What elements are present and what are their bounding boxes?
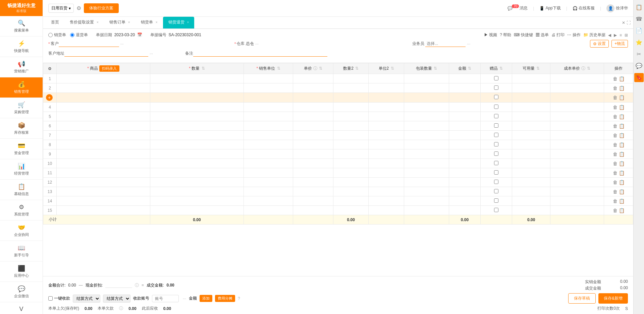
available-cell[interactable]	[512, 83, 550, 93]
qty2-cell[interactable]	[333, 74, 369, 83]
right-panel-icon-2[interactable]: ☎	[634, 14, 644, 23]
qty-cell[interactable]	[150, 168, 244, 178]
pack-qty-cell[interactable]	[404, 74, 449, 83]
pack-qty-cell[interactable]	[404, 159, 449, 168]
amount-cell[interactable]	[449, 112, 480, 121]
delete-icon[interactable]: 🗑	[613, 198, 618, 204]
unit-cell[interactable]	[244, 159, 293, 168]
account-input[interactable]	[152, 295, 179, 302]
pack-qty-cell[interactable]	[404, 187, 449, 196]
unit2-cell[interactable]	[369, 187, 404, 196]
gift-cell[interactable]	[480, 149, 512, 159]
print-btn[interactable]: 🖨 打印	[551, 32, 565, 38]
customer-input[interactable]	[59, 41, 119, 47]
pack-qty-cell[interactable]	[404, 178, 449, 187]
unit-cell[interactable]	[244, 131, 293, 140]
copy-icon[interactable]: 📋	[619, 76, 625, 81]
qty2-cell[interactable]	[333, 93, 369, 103]
gift-checkbox[interactable]	[494, 85, 498, 90]
available-cell[interactable]	[512, 131, 550, 140]
video-btn[interactable]: ▶ 视频	[484, 32, 497, 38]
right-panel-icon-7[interactable]: 🔖	[634, 73, 644, 82]
cost-price-cell[interactable]	[550, 187, 604, 196]
list-view-icon[interactable]: ≡	[620, 33, 622, 38]
delete-icon[interactable]: 🗑	[613, 161, 618, 166]
cost-price-cell[interactable]	[550, 168, 604, 178]
product-input[interactable]	[59, 76, 147, 81]
radio-return-bill[interactable]: 退货单	[70, 32, 88, 38]
add-btn[interactable]: 添加	[200, 295, 212, 302]
unit-cell[interactable]	[244, 187, 293, 196]
product-cell[interactable]	[57, 149, 150, 159]
product-cell[interactable]	[57, 112, 150, 121]
delete-icon[interactable]: 🗑	[613, 133, 618, 138]
sidebar-item-sales[interactable]: 💰 销售管理	[0, 77, 43, 98]
right-panel-icon-1[interactable]: 📋	[634, 3, 644, 12]
experience-btn[interactable]: 体验行业方案	[84, 3, 119, 13]
qty2-cell[interactable]	[333, 187, 369, 196]
available-cell[interactable]	[512, 93, 550, 103]
sidebar-item-system[interactable]: ⚙ 系统管理	[0, 200, 43, 221]
operation-btn[interactable]: ⋯ 操作	[567, 32, 580, 38]
fee-btn[interactable]: 费用分摊	[215, 295, 235, 302]
qty-cell[interactable]	[150, 187, 244, 196]
address-dots[interactable]: ···	[150, 51, 153, 56]
price-cell[interactable]	[293, 206, 333, 215]
user-info[interactable]: 👤 徐泽华	[606, 4, 628, 12]
gift-checkbox[interactable]	[494, 189, 498, 193]
settings-btn[interactable]: ⚙ 设置	[590, 40, 609, 48]
price-cell[interactable]	[293, 140, 333, 149]
unit2-cell[interactable]	[369, 178, 404, 187]
radio-sales-bill[interactable]: 销货单	[48, 32, 66, 38]
amount-cell[interactable]	[449, 103, 480, 112]
copy-icon[interactable]: 📋	[619, 133, 625, 138]
gift-checkbox[interactable]	[494, 133, 498, 137]
unit-cell[interactable]	[244, 83, 293, 93]
shortcut-btn[interactable]: ⌨ 快捷键	[514, 32, 533, 38]
staff-input[interactable]	[425, 41, 466, 47]
product-cell[interactable]	[57, 187, 150, 196]
staff-dots[interactable]: ···	[467, 42, 470, 46]
sidebar-item-marketing[interactable]: 📢 营销推广	[0, 57, 43, 77]
fee-help-icon[interactable]: ?	[238, 296, 240, 301]
gift-cell[interactable]	[480, 131, 512, 140]
price-cell[interactable]	[293, 159, 333, 168]
amount-cell[interactable]	[449, 83, 480, 93]
sidebar-item-purchase[interactable]: 🛒 采购管理	[0, 98, 43, 118]
pack-qty-cell[interactable]	[404, 93, 449, 103]
product-cell[interactable]	[57, 121, 150, 131]
pack-qty-cell[interactable]	[404, 168, 449, 178]
product-input-highlighted[interactable]	[59, 95, 147, 100]
price-cell[interactable]	[293, 149, 333, 159]
pack-qty-cell[interactable]	[404, 206, 449, 215]
qty-cell[interactable]	[150, 103, 244, 112]
cost-price-cell[interactable]	[550, 93, 604, 103]
product-cell[interactable]	[57, 206, 150, 215]
price-cell[interactable]	[293, 178, 333, 187]
copy-icon[interactable]: 📋	[619, 123, 625, 129]
app-download-btn[interactable]: 📱 App下载	[539, 5, 560, 11]
row-add-btn[interactable]: +	[43, 93, 57, 103]
qty2-cell[interactable]	[333, 159, 369, 168]
right-panel-icon-4[interactable]: ⭐	[634, 38, 644, 47]
available-cell[interactable]	[512, 196, 550, 206]
gift-checkbox[interactable]	[494, 142, 498, 146]
unit-cell[interactable]	[244, 103, 293, 112]
gift-checkbox[interactable]	[494, 198, 498, 203]
available-cell[interactable]	[512, 206, 550, 215]
right-panel-icon-3[interactable]: 📄	[634, 26, 644, 35]
product-cell[interactable]	[57, 196, 150, 206]
unit2-cell[interactable]	[369, 168, 404, 178]
amount-cell[interactable]	[449, 178, 480, 187]
unit-cell[interactable]	[244, 121, 293, 131]
gift-checkbox[interactable]	[494, 95, 498, 99]
pack-qty-cell[interactable]	[404, 196, 449, 206]
delete-icon[interactable]: 🗑	[613, 170, 618, 176]
sidebar-item-base-info[interactable]: 📋 基础信息	[0, 180, 43, 200]
delete-icon[interactable]: 🗑	[613, 95, 618, 100]
price-cell[interactable]	[293, 74, 333, 83]
pack-qty-cell[interactable]	[404, 83, 449, 93]
copy-icon[interactable]: 📋	[619, 151, 625, 157]
gift-cell[interactable]	[480, 83, 512, 93]
delete-icon[interactable]: 🗑	[613, 105, 618, 110]
